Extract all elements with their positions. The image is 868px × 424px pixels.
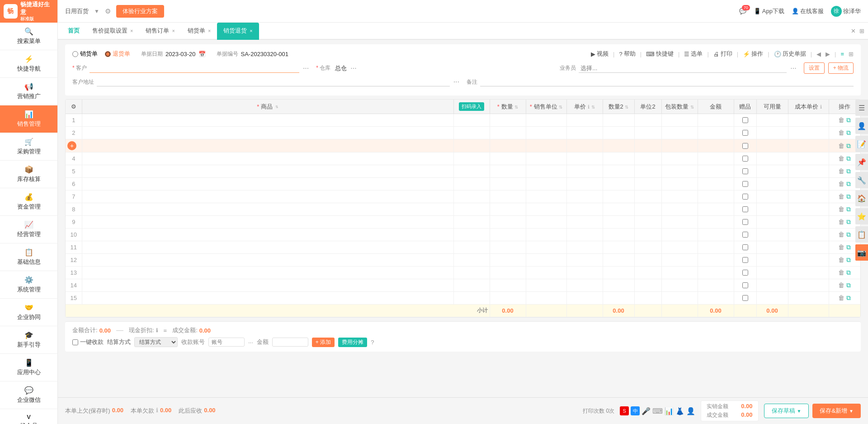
- cell-qty2-7[interactable]: [603, 191, 634, 203]
- cell-qty-1[interactable]: [490, 114, 526, 127]
- amount-input[interactable]: [272, 338, 308, 347]
- tab-sales-return[interactable]: 销货退货 ×: [217, 23, 259, 40]
- sidebar-item-guide[interactable]: 🎓 新手引导: [0, 326, 57, 354]
- cell-pkg-15[interactable]: [661, 292, 698, 305]
- add-fee-btn[interactable]: + 添加: [312, 338, 335, 347]
- dropdown-icon[interactable]: ▼: [94, 8, 99, 14]
- delete-icon-6[interactable]: 🗑: [838, 180, 844, 188]
- cell-pkg-13[interactable]: [661, 267, 698, 279]
- cell-qty-15[interactable]: [490, 292, 526, 305]
- cell-qty2-3[interactable]: [603, 139, 634, 152]
- qty-input-6[interactable]: [492, 181, 524, 187]
- gift-checkbox-2[interactable]: [742, 130, 748, 136]
- cell-pkg-8[interactable]: [661, 203, 698, 216]
- cell-product-11[interactable]: [82, 241, 453, 254]
- qty-input-7[interactable]: [492, 194, 524, 200]
- qty-input-1[interactable]: [492, 117, 524, 124]
- gift-checkbox-14[interactable]: [742, 282, 748, 288]
- gift-checkbox-8[interactable]: [742, 206, 748, 212]
- sidebar-item-search[interactable]: 🔍 搜索菜单: [0, 23, 57, 50]
- s-icon4[interactable]: ⌨: [652, 407, 663, 415]
- tab-close-price[interactable]: ×: [130, 28, 133, 33]
- cell-price-4[interactable]: [566, 152, 603, 165]
- sidebar-item-basic[interactable]: 📋 基础信息: [0, 243, 57, 271]
- one-key-payment-checkbox[interactable]: [72, 339, 78, 345]
- sidebar-item-finance[interactable]: 💰 资金管理: [0, 188, 57, 216]
- qty-input-4[interactable]: [492, 156, 524, 162]
- delete-icon-1[interactable]: 🗑: [838, 116, 844, 124]
- help-btn[interactable]: ? 帮助: [619, 50, 635, 58]
- gear-icon[interactable]: ⚙: [71, 103, 76, 110]
- app-download-btn[interactable]: 📱 App下载: [754, 7, 784, 15]
- product-input-6[interactable]: [84, 181, 452, 187]
- view-grid-icon[interactable]: ⊞: [849, 51, 854, 57]
- delete-icon-3[interactable]: 🗑: [838, 142, 844, 150]
- cell-unit-4[interactable]: [526, 152, 566, 165]
- product-input-13[interactable]: [84, 270, 452, 276]
- gift-checkbox-7[interactable]: [742, 194, 748, 200]
- qty-input-12[interactable]: [492, 257, 524, 263]
- cell-qty2-4[interactable]: [603, 152, 634, 165]
- cell-price-1[interactable]: [566, 114, 603, 127]
- cell-pkg-5[interactable]: [661, 165, 698, 178]
- qty2-sort-icon[interactable]: ⇅: [625, 105, 628, 110]
- gift-checkbox-10[interactable]: [742, 232, 748, 238]
- s-icon7[interactable]: 👤: [686, 407, 695, 415]
- edge-btn-7[interactable]: ⭐: [855, 208, 868, 224]
- copy-icon-13[interactable]: ⧉: [846, 269, 851, 276]
- delete-icon-8[interactable]: 🗑: [838, 205, 844, 213]
- cell-unit-8[interactable]: [526, 203, 566, 216]
- tab-close-delivery[interactable]: ×: [208, 28, 211, 33]
- gift-checkbox-9[interactable]: [742, 219, 748, 225]
- qty-sort-icon[interactable]: ⇅: [514, 105, 518, 110]
- delete-icon-9[interactable]: 🗑: [838, 218, 844, 226]
- qty-input-8[interactable]: [492, 206, 524, 213]
- cell-qty2-9[interactable]: [603, 216, 634, 229]
- product-input-14[interactable]: [84, 282, 452, 289]
- cell-product-5[interactable]: [82, 165, 453, 178]
- cell-pkg-11[interactable]: [661, 241, 698, 254]
- cell-qty2-15[interactable]: [603, 292, 634, 305]
- copy-icon-8[interactable]: ⧉: [846, 205, 851, 213]
- delete-icon-2[interactable]: 🗑: [838, 129, 844, 137]
- address-input[interactable]: [97, 77, 450, 86]
- delete-icon-5[interactable]: 🗑: [838, 167, 844, 175]
- calc-method-select[interactable]: 结算方式: [134, 337, 178, 347]
- message-btn[interactable]: 💬 70: [739, 8, 746, 14]
- cell-qty-3[interactable]: [490, 139, 526, 152]
- cell-qty-6[interactable]: [490, 178, 526, 191]
- cell-pkg-6[interactable]: [661, 178, 698, 191]
- fee-split-btn[interactable]: 费用分摊: [338, 338, 367, 347]
- qty-input-14[interactable]: [492, 282, 524, 289]
- cell-unit-12[interactable]: [526, 254, 566, 267]
- cell-price-8[interactable]: [566, 203, 603, 216]
- delete-icon-13[interactable]: 🗑: [838, 269, 844, 276]
- sidebar-item-collab[interactable]: 🤝 企业协同: [0, 299, 57, 326]
- sidebar-item-apps[interactable]: 📱 应用中心: [0, 354, 57, 381]
- copy-icon-14[interactable]: ⧉: [846, 281, 851, 289]
- logistics-btn[interactable]: + 物流: [828, 62, 854, 74]
- edge-btn-3[interactable]: 📝: [855, 136, 868, 152]
- cell-product-14[interactable]: [82, 279, 453, 292]
- tab-sales-order[interactable]: 销售订单 ×: [139, 23, 181, 40]
- cell-price-15[interactable]: [566, 292, 603, 305]
- copy-icon-7[interactable]: ⧉: [846, 193, 851, 200]
- cell-unit-5[interactable]: [526, 165, 566, 178]
- gift-checkbox-15[interactable]: [742, 295, 748, 301]
- product-input-10[interactable]: [84, 232, 452, 238]
- cell-price-7[interactable]: [566, 191, 603, 203]
- cell-pkg-3[interactable]: [661, 139, 698, 152]
- copy-icon-10[interactable]: ⧉: [846, 231, 851, 238]
- cell-price-12[interactable]: [566, 254, 603, 267]
- cell-qty-5[interactable]: [490, 165, 526, 178]
- copy-icon-9[interactable]: ⧉: [846, 218, 851, 226]
- cell-qty-10[interactable]: [490, 229, 526, 241]
- cell-pkg-7[interactable]: [661, 191, 698, 203]
- edge-btn-8[interactable]: 📋: [855, 226, 868, 243]
- radio-sales-input[interactable]: [72, 51, 78, 57]
- delete-icon-4[interactable]: 🗑: [838, 155, 844, 162]
- cell-qty-13[interactable]: [490, 267, 526, 279]
- warehouse-select-btn[interactable]: ···: [350, 64, 356, 72]
- cell-price-11[interactable]: [566, 241, 603, 254]
- product-input-1[interactable]: [84, 117, 452, 124]
